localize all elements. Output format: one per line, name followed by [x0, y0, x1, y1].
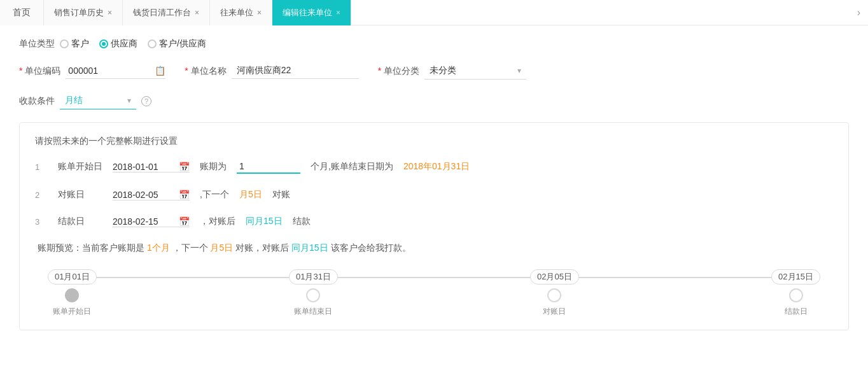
row-2-field-label: 对账日	[58, 189, 102, 201]
timeline-node-3: 02月05日 对账日	[530, 269, 579, 317]
timeline-node-4-date: 02月15日	[771, 269, 820, 285]
radio-supplier-circle	[99, 39, 108, 48]
preview-part2: 月5日	[210, 243, 233, 253]
tab-cash-work-close[interactable]: ×	[195, 8, 199, 17]
row-num-3: 3	[35, 217, 48, 227]
payment-condition-value: 月结	[65, 95, 125, 106]
row-3-date-wrap: 📅	[113, 216, 190, 227]
tabs-bar: 首页 销售订单历史 × 钱货日清工作台 × 往来单位 × 编辑往来单位 × ›	[0, 0, 868, 25]
timeline-node-4-label: 结款日	[785, 306, 808, 317]
row-1-suffix-after: 个月,账单结束日期为	[311, 161, 393, 172]
row-3-calendar-icon[interactable]: 📅	[179, 216, 190, 227]
row-num-2: 2	[35, 190, 48, 200]
unit-info-row: 单位编码 📋 单位名称 单位分类 未分类 ▾	[19, 62, 849, 80]
tab-sales-history[interactable]: 销售订单历史 ×	[44, 0, 123, 25]
radio-supplier-label: 供应商	[111, 38, 137, 50]
row-1-date-input[interactable]	[113, 162, 176, 172]
timeline-node-3-circle	[547, 288, 561, 302]
preview-prefix: 账期预览：当前客户账期是	[38, 243, 144, 253]
radio-customer-circle	[60, 39, 69, 48]
unit-code-group: 单位编码 📋	[19, 63, 165, 79]
timeline-node-4-circle	[789, 288, 803, 302]
preview-suffix: 该客户会给我打款。	[331, 243, 411, 253]
row-3-suffix-before: ，对账后	[200, 216, 235, 227]
tab-edit-partner-close[interactable]: ×	[336, 8, 340, 17]
row-3-field-label: 结款日	[58, 216, 102, 227]
tab-partner-label: 往来单位	[220, 7, 253, 18]
radio-both-label: 客户/供应商	[159, 38, 206, 50]
row-1-suffix-before: 账期为	[200, 161, 227, 172]
main-content: 单位类型 客户 供应商 客户/供应商 单位编码	[0, 25, 868, 387]
payment-condition-arrow-icon: ▾	[127, 96, 131, 105]
radio-both[interactable]: 客户/供应商	[148, 38, 206, 50]
timeline-node-4: 02月15日 结款日	[771, 269, 820, 317]
tab-sales-history-close[interactable]: ×	[108, 8, 112, 17]
tab-partner-close[interactable]: ×	[257, 8, 262, 17]
radio-both-circle	[148, 39, 157, 48]
row-2-calendar-icon[interactable]: 📅	[179, 190, 190, 200]
unit-category-arrow-icon: ▾	[517, 66, 521, 75]
unit-category-label: 单位分类	[378, 66, 419, 77]
row-2-suffix-after: 对账	[272, 189, 290, 201]
timeline-node-1: 01月01日 账单开始日	[48, 269, 97, 317]
unit-category-select[interactable]: 未分类 ▾	[424, 62, 526, 80]
preview-middle2: 对账，对账后	[235, 243, 289, 253]
row-1-period-input[interactable]	[237, 160, 300, 174]
timeline-node-2-circle	[306, 288, 320, 302]
radio-customer[interactable]: 客户	[60, 38, 89, 50]
row-1-field-label: 账单开始日	[58, 161, 102, 172]
payment-condition-group: 收款条件 月结 ▾ ?	[19, 92, 151, 109]
tab-home-label: 首页	[13, 7, 31, 18]
section-title: 请按照未来的一个完整帐期进行设置	[35, 136, 833, 147]
radio-supplier[interactable]: 供应商	[99, 38, 137, 50]
setting-section: 请按照未来的一个完整帐期进行设置 1 账单开始日 📅 账期为 个月,账单结束日期…	[19, 122, 849, 330]
tab-cash-work[interactable]: 钱货日清工作台 ×	[123, 0, 210, 25]
setting-row-2: 2 对账日 📅 ,下一个 月5日 对账	[35, 189, 833, 201]
row-2-suffix-before: ,下一个	[200, 189, 229, 201]
row-3-date-input[interactable]	[113, 216, 176, 227]
timeline-node-1-date: 01月01日	[48, 269, 97, 285]
timeline-node-1-circle	[65, 288, 79, 302]
unit-category-value: 未分类	[430, 65, 515, 76]
timeline-node-3-date: 02月05日	[530, 269, 579, 285]
row-1-calendar-icon[interactable]: 📅	[179, 162, 190, 172]
tab-edit-partner[interactable]: 编辑往来单位 ×	[272, 0, 351, 25]
unit-type-group: 单位类型 客户 供应商 客户/供应商	[19, 38, 206, 50]
payment-condition-select[interactable]: 月结 ▾	[60, 92, 136, 109]
timeline-node-2-date: 01月31日	[289, 269, 338, 285]
timeline-nodes: 01月01日 账单开始日 01月31日 账单结束日 02月05日 对账日	[48, 269, 820, 317]
radio-group-unit-type: 客户 供应商 客户/供应商	[60, 38, 206, 50]
row-2-date-wrap: 📅	[113, 190, 190, 201]
tab-home[interactable]: 首页	[0, 0, 44, 25]
unit-code-input-wrap: 📋	[66, 63, 165, 79]
row-1-date-wrap: 📅	[113, 162, 190, 172]
unit-code-input[interactable]	[66, 63, 155, 78]
row-2-highlight-text: 月5日	[239, 189, 262, 201]
unit-code-copy-icon[interactable]: 📋	[155, 66, 165, 76]
unit-type-row: 单位类型 客户 供应商 客户/供应商	[19, 38, 849, 50]
unit-category-group: 单位分类 未分类 ▾	[378, 62, 526, 80]
unit-type-label: 单位类型	[19, 38, 55, 50]
row-3-highlight-text: 同月15日	[246, 216, 283, 227]
preview-middle1: ，下一个	[172, 243, 208, 253]
timeline-node-2: 01月31日 账单结束日	[289, 269, 338, 317]
tab-cash-work-label: 钱货日清工作台	[133, 7, 191, 18]
tabs-expand-button[interactable]: ›	[850, 7, 868, 18]
row-2-date-input[interactable]	[113, 190, 176, 200]
tab-edit-partner-label: 编辑往来单位	[283, 7, 332, 18]
tab-partner[interactable]: 往来单位 ×	[210, 0, 272, 25]
unit-code-label: 单位编码	[19, 66, 60, 77]
row-3-suffix-after: 结款	[293, 216, 311, 227]
tab-sales-history-label: 销售订单历史	[54, 7, 104, 18]
unit-name-input[interactable]	[232, 63, 359, 79]
unit-name-group: 单位名称	[185, 63, 358, 79]
row-1-highlight-date: 2018年01月31日	[403, 161, 470, 172]
preview-row: 账期预览：当前客户账期是 1个月 ，下一个 月5日 对账，对账后 同月15日 该…	[35, 243, 833, 254]
payment-condition-row: 收款条件 月结 ▾ ?	[19, 92, 849, 109]
payment-condition-help-icon[interactable]: ?	[141, 96, 151, 106]
timeline-node-2-label: 账单结束日	[294, 306, 332, 317]
timeline: 01月01日 账单开始日 01月31日 账单结束日 02月05日 对账日	[35, 269, 833, 317]
preview-part1: 1个月	[147, 243, 170, 253]
radio-customer-label: 客户	[71, 38, 89, 50]
timeline-node-3-label: 对账日	[543, 306, 566, 317]
